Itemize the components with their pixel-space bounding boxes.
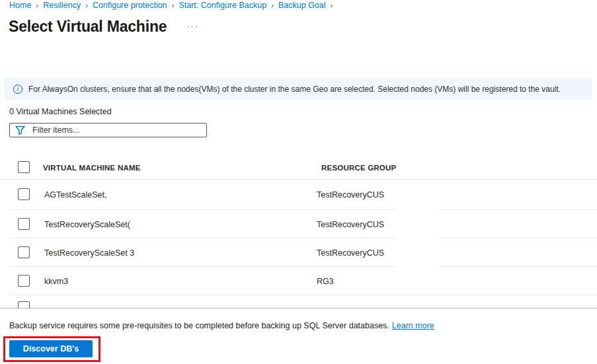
prerequisites-note: Backup service requires some pre-requisi… bbox=[9, 321, 434, 330]
column-header-vm-name[interactable]: VIRTUAL MACHINE NAME bbox=[43, 164, 141, 172]
chevron-right-icon: › bbox=[81, 1, 93, 9]
vm-name-cell: TestRecoveryScaleSet( bbox=[44, 220, 130, 229]
filter-input[interactable] bbox=[32, 126, 201, 135]
resource-group-cell: TestRecoveryCUS bbox=[317, 248, 384, 258]
resource-group-cell: TestRecoveryCUS bbox=[317, 220, 384, 229]
breadcrumb-item-start-configure-backup[interactable]: Start: Configure Backup bbox=[179, 1, 266, 10]
select-all-checkbox[interactable] bbox=[18, 161, 30, 173]
table-row[interactable]: AGTestScaleSet, TestRecoveryCUS bbox=[0, 180, 597, 210]
resource-group-cell: TestRecoveryCUS bbox=[317, 190, 384, 200]
table-row-clipped bbox=[0, 301, 597, 308]
breadcrumb-item-home[interactable]: Home bbox=[9, 1, 31, 10]
vm-name-cell: kkvm3 bbox=[44, 277, 68, 286]
vm-name-cell: TestRecoveryScaleSet 3 bbox=[44, 248, 134, 258]
row-checkbox[interactable] bbox=[18, 218, 30, 230]
selected-count-label: 0 Virtual Machines Selected bbox=[9, 107, 112, 116]
chevron-right-icon: › bbox=[31, 1, 43, 9]
discover-dbs-button[interactable]: Discover DB's bbox=[9, 340, 93, 357]
vm-table: AGTestScaleSet, TestRecoveryCUS TestReco… bbox=[0, 180, 597, 295]
info-banner-text: For AlwaysOn clusters, ensure that all t… bbox=[28, 85, 561, 94]
filter-box bbox=[9, 123, 207, 137]
chevron-right-icon: › bbox=[167, 1, 179, 9]
column-header-resource-group[interactable]: RESOURCE GROUP bbox=[321, 164, 396, 172]
learn-more-link[interactable]: Learn more bbox=[392, 321, 434, 330]
row-checkbox[interactable] bbox=[18, 188, 30, 200]
table-row[interactable]: TestRecoveryScaleSet 3 TestRecoveryCUS bbox=[0, 238, 597, 267]
filter-icon bbox=[15, 126, 25, 135]
vm-name-cell: AGTestScaleSet, bbox=[44, 190, 107, 200]
breadcrumb-item-configure-protection[interactable]: Configure protection bbox=[93, 1, 167, 10]
table-row[interactable]: kkvm3 RG3 bbox=[0, 267, 597, 295]
row-divider bbox=[9, 295, 597, 295]
footer-bar: Backup service requires some pre-requisi… bbox=[0, 308, 597, 364]
info-banner: For AlwaysOn clusters, ensure that all t… bbox=[5, 78, 592, 100]
table-header: VIRTUAL MACHINE NAME RESOURCE GROUP bbox=[0, 157, 597, 180]
info-icon bbox=[13, 85, 22, 94]
more-options-button[interactable]: ··· bbox=[186, 21, 199, 31]
table-row[interactable]: TestRecoveryScaleSet( TestRecoveryCUS bbox=[0, 210, 597, 238]
row-checkbox[interactable] bbox=[18, 301, 30, 308]
breadcrumb: Home › Resiliency › Configure protection… bbox=[9, 1, 337, 10]
chevron-right-icon: › bbox=[326, 1, 338, 9]
page-title: Select Virtual Machine bbox=[9, 18, 167, 36]
prerequisites-text: Backup service requires some pre-requisi… bbox=[9, 321, 389, 330]
breadcrumb-item-resiliency[interactable]: Resiliency bbox=[43, 1, 81, 10]
chevron-right-icon: › bbox=[266, 1, 278, 9]
resource-group-cell: RG3 bbox=[317, 277, 334, 286]
row-checkbox[interactable] bbox=[18, 246, 30, 258]
breadcrumb-item-backup-goal[interactable]: Backup Goal bbox=[278, 1, 326, 10]
row-checkbox[interactable] bbox=[18, 275, 30, 287]
